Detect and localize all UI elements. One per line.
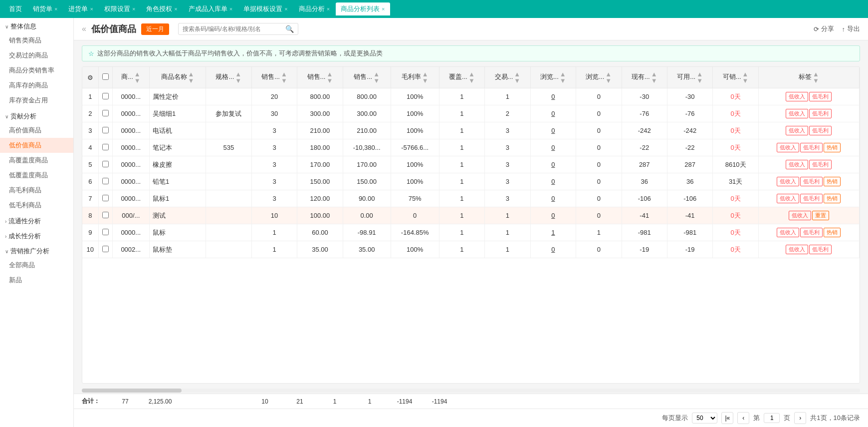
- cell-browse1[interactable]: 0: [530, 190, 576, 207]
- th-code[interactable]: 商...▲▼: [112, 67, 150, 88]
- sidebar-item-high-inventory[interactable]: 高库存的商品: [0, 78, 73, 93]
- browse-link[interactable]: 1: [551, 229, 555, 236]
- row-checkbox[interactable]: [102, 229, 109, 235]
- sidebar-item-low-value[interactable]: 低价值商品: [0, 138, 73, 153]
- first-page-btn[interactable]: |«: [721, 412, 733, 424]
- sidebar-item-traded-products[interactable]: 交易过的商品: [0, 48, 73, 63]
- row-checkbox[interactable]: [102, 144, 109, 150]
- th-checkbox[interactable]: [98, 67, 112, 88]
- cell-checkbox[interactable]: [98, 156, 112, 173]
- sidebar-section-contribution[interactable]: ∨ 贡献分析: [0, 108, 73, 123]
- cell-browse1[interactable]: 0: [530, 156, 576, 173]
- export-btn[interactable]: ↑ 导出: [842, 24, 861, 33]
- sidebar-section-liquidity[interactable]: › 流通性分析: [0, 213, 73, 228]
- sidebar-section-marketing[interactable]: ∨ 营销推广分析: [0, 243, 73, 258]
- nav-product-analysis-list-close[interactable]: ×: [382, 6, 385, 12]
- sidebar-section-growth[interactable]: › 成长性分析: [0, 228, 73, 243]
- cell-checkbox[interactable]: [98, 190, 112, 207]
- nav-product-warehouse-close[interactable]: ×: [229, 6, 232, 12]
- browse-link[interactable]: 0: [551, 161, 555, 168]
- select-all-checkbox[interactable]: [102, 73, 109, 80]
- sidebar-collapse-btn[interactable]: «: [82, 24, 86, 33]
- sidebar-item-high-value[interactable]: 高价值商品: [0, 123, 73, 138]
- row-checkbox[interactable]: [102, 178, 109, 184]
- nav-role-auth-close[interactable]: ×: [174, 6, 177, 12]
- nav-home[interactable]: 首页: [4, 2, 27, 15]
- cell-checkbox[interactable]: [98, 173, 112, 190]
- sidebar-item-high-coverage[interactable]: 高覆盖度商品: [0, 153, 73, 168]
- nav-role-auth[interactable]: 角色授权 ×: [141, 2, 182, 15]
- nav-product-analysis[interactable]: 商品分析 ×: [294, 2, 335, 15]
- th-current-stock[interactable]: 现有...▲▼: [622, 67, 667, 88]
- sidebar-item-low-margin[interactable]: 低毛利商品: [0, 198, 73, 213]
- browse-link[interactable]: 0: [551, 246, 555, 253]
- sidebar-item-sales-products[interactable]: 销售类商品: [0, 33, 73, 48]
- sidebar-item-low-coverage[interactable]: 低覆盖度商品: [0, 168, 73, 183]
- browse-link[interactable]: 0: [551, 212, 555, 219]
- th-name[interactable]: 商品名称▲▼: [150, 67, 206, 88]
- cell-checkbox[interactable]: [98, 105, 112, 122]
- sidebar-section-overall[interactable]: ∨ 整体信息: [0, 18, 73, 33]
- row-checkbox[interactable]: [102, 161, 109, 167]
- nav-permissions-close[interactable]: ×: [132, 6, 135, 12]
- sidebar-item-all-products[interactable]: 全部商品: [0, 258, 73, 273]
- th-trade[interactable]: 交易...▲▼: [485, 67, 530, 88]
- cell-browse1[interactable]: 0: [530, 139, 576, 156]
- cell-browse1[interactable]: 0: [530, 88, 576, 105]
- row-checkbox[interactable]: [102, 93, 109, 99]
- sidebar-item-new-products[interactable]: 新品: [0, 273, 73, 288]
- cell-checkbox[interactable]: [98, 207, 112, 224]
- cell-checkbox[interactable]: [98, 88, 112, 105]
- row-checkbox[interactable]: [102, 110, 109, 116]
- nav-purchase-order[interactable]: 进货单 ×: [63, 2, 98, 15]
- nav-product-analysis-close[interactable]: ×: [327, 6, 330, 12]
- row-checkbox[interactable]: [102, 127, 109, 133]
- nav-permissions[interactable]: 权限设置 ×: [99, 2, 140, 15]
- browse-link[interactable]: 0: [551, 178, 555, 185]
- browse-link[interactable]: 0: [551, 93, 555, 100]
- th-sales1[interactable]: 销售...▲▼: [251, 67, 297, 88]
- cell-browse1[interactable]: 0: [530, 122, 576, 139]
- sidebar-item-category-sales-rate[interactable]: 商品分类销售率: [0, 63, 73, 78]
- prev-page-btn[interactable]: ‹: [737, 412, 749, 424]
- row-checkbox[interactable]: [102, 212, 109, 218]
- sidebar-item-inventory-capital[interactable]: 库存资金占用: [0, 93, 73, 108]
- page-number-input[interactable]: [764, 413, 780, 423]
- th-coverage[interactable]: 覆盖...▲▼: [439, 67, 484, 88]
- filter-recent-month-btn[interactable]: 近一月: [141, 23, 169, 35]
- next-page-btn[interactable]: ›: [794, 412, 806, 424]
- browse-link[interactable]: 0: [551, 110, 555, 117]
- scrollbar-thumb[interactable]: [82, 389, 182, 393]
- search-input[interactable]: [183, 25, 282, 32]
- nav-product-warehouse[interactable]: 产成品入库单 ×: [184, 2, 237, 15]
- nav-sales-order[interactable]: 销货单 ×: [28, 2, 62, 15]
- nav-purchase-order-close[interactable]: ×: [90, 6, 93, 12]
- cell-browse1[interactable]: 0: [530, 173, 576, 190]
- cell-checkbox[interactable]: [98, 122, 112, 139]
- th-margin-rate[interactable]: 毛利率▲▼: [391, 67, 439, 88]
- row-checkbox[interactable]: [102, 246, 109, 252]
- cell-browse1[interactable]: 1: [530, 224, 576, 241]
- th-browse1[interactable]: 浏览...▲▼: [530, 67, 576, 88]
- th-spec[interactable]: 规格...▲▼: [206, 67, 251, 88]
- nav-product-analysis-list[interactable]: 商品分析列表 ×: [336, 2, 390, 15]
- browse-link[interactable]: 0: [551, 144, 555, 151]
- th-tags[interactable]: 标签▲▼: [758, 67, 859, 88]
- share-btn[interactable]: ⟳ 分享: [814, 24, 834, 33]
- row-checkbox[interactable]: [102, 195, 109, 201]
- th-available[interactable]: 可用...▲▼: [667, 67, 712, 88]
- nav-sales-order-close[interactable]: ×: [54, 6, 57, 12]
- page-size-select[interactable]: 50 100 200: [692, 413, 717, 424]
- th-sales2[interactable]: 销售...▲▼: [297, 67, 343, 88]
- cell-browse1[interactable]: 0: [530, 105, 576, 122]
- th-sellable[interactable]: 可销...▲▼: [713, 67, 758, 88]
- cell-checkbox[interactable]: [98, 224, 112, 241]
- data-table-wrapper[interactable]: ⚙ 商...▲▼ 商品名称▲▼ 规格...▲▼ 销售...▲▼ 销售...▲▼ …: [82, 66, 860, 384]
- table-scrollbar[interactable]: [82, 389, 860, 393]
- cell-checkbox[interactable]: [98, 139, 112, 156]
- sidebar-item-high-margin[interactable]: 高毛利商品: [0, 183, 73, 198]
- browse-link[interactable]: 0: [551, 195, 555, 202]
- th-settings[interactable]: ⚙: [82, 67, 98, 88]
- nav-template-settings[interactable]: 单据模板设置 ×: [238, 2, 292, 15]
- cell-browse1[interactable]: 0: [530, 241, 576, 258]
